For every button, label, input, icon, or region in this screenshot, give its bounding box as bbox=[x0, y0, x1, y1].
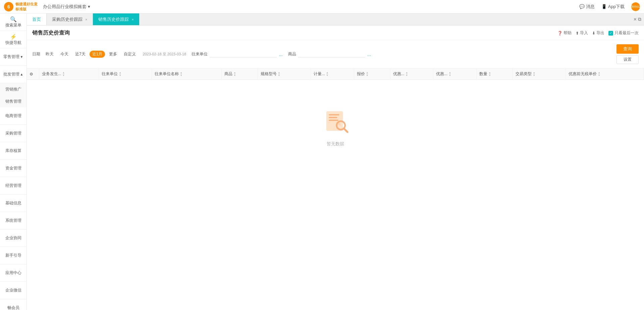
query-button[interactable]: 查询 bbox=[616, 44, 639, 54]
sort-arrows-quantity: ▲▼ bbox=[488, 71, 491, 77]
sort-arrows-trade-type: ▲▼ bbox=[533, 71, 535, 77]
sidebar-item-ecommerce[interactable]: 电商管理 bbox=[0, 107, 26, 125]
close-all-tabs-button[interactable]: × bbox=[634, 16, 637, 22]
tab-bar-actions: × ⧉ bbox=[631, 13, 644, 25]
sort-arrows-price: ▲▼ bbox=[366, 71, 369, 77]
sidebar-item-marketing[interactable]: 营销推广 bbox=[0, 83, 26, 95]
only-last-checkbox-wrap[interactable]: ✓ 只看最后一次 bbox=[608, 30, 639, 36]
goods-dots[interactable]: ... bbox=[367, 52, 371, 57]
partner-dots[interactable]: ... bbox=[279, 52, 283, 57]
dropdown-arrow-icon: ▾ bbox=[88, 4, 90, 9]
table-col-quantity[interactable]: 数量 ▲▼ bbox=[477, 68, 513, 80]
table-col-spec[interactable]: 规格型号 ▲▼ bbox=[258, 68, 311, 80]
app-dropdown[interactable]: 办公用品行业模拟账套 ▾ bbox=[43, 4, 90, 10]
svg-rect-2 bbox=[329, 117, 337, 118]
tab-sales-close[interactable]: × bbox=[131, 17, 133, 21]
table-col-trade-type[interactable]: 交易类型 ▲▼ bbox=[513, 68, 566, 80]
user-profile[interactable]: demo2 bbox=[631, 2, 640, 11]
sort-arrows-biz-date: ▲▼ bbox=[62, 71, 65, 77]
table-col-goods[interactable]: 商品 ▲▼ bbox=[221, 68, 258, 80]
sidebar-item-system[interactable]: 系统管理 bbox=[0, 212, 26, 229]
sidebar-item-appstore[interactable]: 应用中心 bbox=[0, 264, 26, 282]
date-btn-more[interactable]: 更多 bbox=[106, 51, 120, 58]
sort-arrows-unit: ▲▼ bbox=[326, 71, 329, 77]
message-button[interactable]: 💬 消息 bbox=[579, 4, 595, 10]
empty-icon bbox=[320, 107, 351, 137]
date-btn-1month[interactable]: 近1月 bbox=[90, 51, 105, 58]
export-button[interactable]: ⬇ 导出 bbox=[592, 30, 604, 36]
sort-arrows-discount2: ▲▼ bbox=[448, 71, 451, 77]
date-btn-last7[interactable]: 近7天 bbox=[72, 51, 88, 58]
table-col-biz-date[interactable]: 业务发生... ▲▼ bbox=[39, 68, 99, 80]
sidebar-item-purchase[interactable]: 采购管理 bbox=[0, 125, 26, 142]
svg-rect-3 bbox=[329, 120, 338, 121]
filter-bar: 日期 昨天 今天 近7天 近1月 更多 自定义 2023-02-18 至 202… bbox=[27, 40, 644, 68]
sort-arrows-pretax-price: ▲▼ bbox=[598, 71, 600, 77]
sidebar-item-guide[interactable]: 新手引导 bbox=[0, 247, 26, 264]
search-icon: 🔍 bbox=[10, 16, 17, 22]
avatar: demo2 bbox=[631, 2, 640, 11]
sales-tab-label: 销售历史价跟踪 bbox=[98, 16, 129, 22]
content-area: 首页 采购历史价跟踪 × 销售历史价跟踪 × × ⧉ 销售历史价查询 bbox=[27, 13, 644, 310]
message-icon: 💬 bbox=[579, 4, 585, 9]
tab-home[interactable]: 首页 bbox=[27, 13, 47, 25]
top-bar-right: 💬 消息 📱 App下载 demo2 bbox=[579, 2, 640, 11]
page-content: 销售历史价查询 ❓ 帮助 ⬆ 导入 ⬇ 导出 ✓ bbox=[27, 25, 644, 310]
tab-purchase-close[interactable]: × bbox=[85, 17, 87, 21]
import-button[interactable]: ⬆ 导入 bbox=[576, 30, 588, 36]
settings-button[interactable]: 设置 bbox=[616, 55, 639, 64]
retail-expand-icon: ▼ bbox=[20, 55, 23, 59]
only-last-checkbox[interactable]: ✓ bbox=[608, 31, 613, 36]
partner-filter: 往来单位 ... bbox=[192, 51, 283, 57]
app-download-button[interactable]: 📱 App下载 bbox=[601, 4, 625, 10]
table-col-partner-name[interactable]: 往来单位名称 ▲▼ bbox=[152, 68, 222, 80]
sidebar-item-retail[interactable]: 零售管理 ▼ bbox=[0, 48, 26, 66]
table-col-discount2[interactable]: 优惠... ▲▼ bbox=[433, 68, 477, 80]
sidebar-item-operations[interactable]: 经营管理 bbox=[0, 177, 26, 195]
partner-input[interactable] bbox=[210, 51, 277, 57]
empty-state: 暂无数据 bbox=[27, 80, 644, 174]
sort-arrows-goods: ▲▼ bbox=[233, 71, 236, 77]
empty-text: 暂无数据 bbox=[327, 141, 344, 147]
only-last-label: 只看最后一次 bbox=[614, 30, 639, 36]
sidebar-item-sales-mgmt[interactable]: 销售管理 bbox=[0, 95, 26, 107]
date-range-display: 2023-02-18 至 2023-03-18 bbox=[143, 52, 186, 57]
sidebar-item-finance[interactable]: 资金管理 bbox=[0, 160, 26, 177]
tab-purchase[interactable]: 采购历史价跟踪 × bbox=[47, 13, 93, 25]
table-col-gear[interactable]: ⚙ bbox=[27, 68, 39, 80]
date-filter-label: 日期 bbox=[32, 51, 40, 57]
date-btn-custom[interactable]: 自定义 bbox=[121, 51, 139, 58]
shortcut-icon: ⚡ bbox=[10, 34, 17, 40]
export-icon: ⬇ bbox=[592, 31, 595, 36]
table-col-price[interactable]: 报价 ▲▼ bbox=[354, 68, 390, 80]
help-button[interactable]: ❓ 帮助 bbox=[557, 30, 572, 36]
goods-label: 商品 bbox=[288, 51, 296, 57]
home-tab-label: 首页 bbox=[32, 16, 41, 22]
goods-input[interactable] bbox=[298, 51, 365, 57]
date-btn-today[interactable]: 今天 bbox=[58, 51, 71, 58]
table-col-pretax-price[interactable]: 优惠前无税单价 ▲▼ bbox=[566, 68, 644, 80]
sidebar-item-inventory[interactable]: 库存核算 bbox=[0, 142, 26, 160]
sidebar-item-shortcut[interactable]: ⚡ 快捷导航 bbox=[0, 31, 26, 48]
date-btn-yesterday[interactable]: 昨天 bbox=[43, 51, 56, 58]
sidebar-item-member[interactable]: 畅会员 bbox=[0, 299, 26, 310]
sort-arrows-discount1: ▲▼ bbox=[406, 71, 408, 77]
date-options: 昨天 今天 近7天 近1月 更多 自定义 bbox=[43, 51, 139, 58]
table-col-unit[interactable]: 计量... ▲▼ bbox=[311, 68, 354, 80]
page-header: 销售历史价查询 ❓ 帮助 ⬆ 导入 ⬇ 导出 ✓ bbox=[27, 25, 644, 40]
download-icon: 📱 bbox=[601, 4, 607, 9]
table-col-partner-code[interactable]: 往来单位 ▲▼ bbox=[99, 68, 152, 80]
gear-icon: ⚙ bbox=[30, 72, 33, 76]
table-col-discount1[interactable]: 优惠... ▲▼ bbox=[390, 68, 433, 80]
sidebar-item-enterprise[interactable]: 企业协同 bbox=[0, 229, 26, 247]
maximize-button[interactable]: ⧉ bbox=[638, 16, 641, 22]
tab-sales[interactable]: 销售历史价跟踪 × bbox=[93, 13, 139, 25]
goods-filter: 商品 ... bbox=[288, 51, 371, 57]
page-header-actions: ❓ 帮助 ⬆ 导入 ⬇ 导出 ✓ 只看最后一次 bbox=[557, 30, 639, 36]
data-table: ⚙ 业务发生... ▲▼ 往来单位 bbox=[27, 68, 644, 80]
sidebar-item-search[interactable]: 🔍 搜索菜单 bbox=[0, 13, 26, 31]
sidebar-item-wechat[interactable]: 企业微信 bbox=[0, 282, 26, 299]
sidebar-item-basic[interactable]: 基础信息 bbox=[0, 195, 26, 212]
table-wrap: ⚙ 业务发生... ▲▼ 往来单位 bbox=[27, 68, 644, 310]
sidebar-item-wholesale[interactable]: 批发管理 ▲ bbox=[0, 66, 26, 83]
